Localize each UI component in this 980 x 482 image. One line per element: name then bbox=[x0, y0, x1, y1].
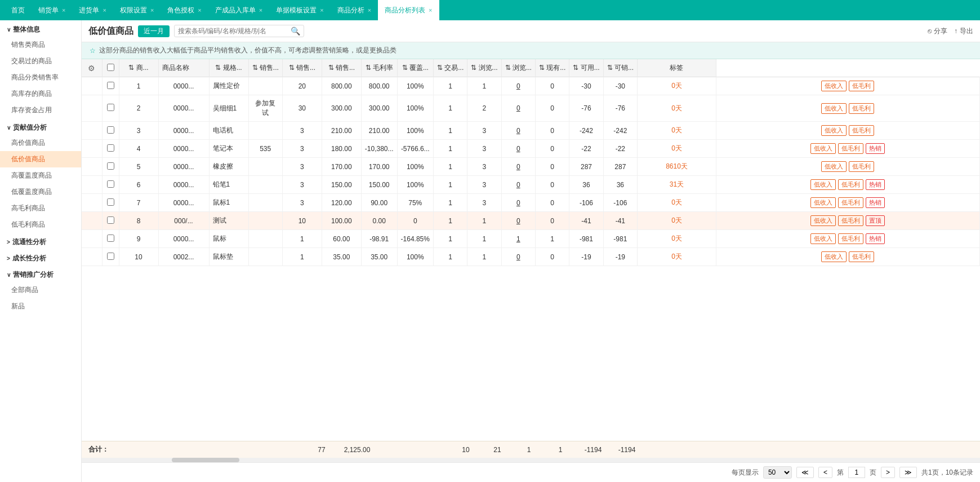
row-checkbox[interactable] bbox=[102, 212, 119, 230]
close-icon[interactable]: × bbox=[62, 7, 65, 14]
pv-link[interactable]: 0 bbox=[516, 217, 520, 225]
pv-link[interactable]: 0 bbox=[516, 199, 520, 207]
sort-icon[interactable]: ⇅ bbox=[328, 64, 334, 72]
row-checkbox[interactable] bbox=[102, 176, 119, 194]
sort-icon[interactable]: ⇅ bbox=[607, 64, 613, 72]
pv-link[interactable]: 0 bbox=[516, 253, 520, 261]
sort-icon[interactable]: ⇅ bbox=[402, 64, 408, 72]
row-pv[interactable]: 0 bbox=[501, 77, 535, 95]
close-icon[interactable]: × bbox=[368, 7, 371, 14]
nav-home[interactable]: 首页 bbox=[5, 0, 32, 20]
pv-link[interactable]: 1 bbox=[516, 235, 520, 243]
sort-icon[interactable]: ⇅ bbox=[573, 64, 578, 72]
table-wrapper[interactable]: ⚙ ⇅ 商... 商品名称 ⇅ 规格... ⇅ 销售. bbox=[82, 59, 980, 441]
export-button[interactable]: ↑ 导出 bbox=[954, 26, 973, 36]
row-checkbox[interactable] bbox=[102, 194, 119, 212]
row-pv[interactable]: 0 bbox=[501, 158, 535, 176]
last-page-button[interactable]: ≫ bbox=[899, 467, 917, 478]
sidebar-item-traded-goods[interactable]: 交易过的商品 bbox=[0, 53, 81, 69]
sidebar-group-circulation[interactable]: > 流通性分析 bbox=[0, 233, 81, 249]
nav-sales[interactable]: 销货单 × bbox=[32, 0, 72, 20]
search-input[interactable] bbox=[178, 27, 291, 35]
per-page-select[interactable]: 50 100 200 bbox=[763, 466, 792, 479]
nav-roles[interactable]: 角色授权 × bbox=[161, 0, 208, 20]
filter-button[interactable]: 近一月 bbox=[138, 25, 170, 37]
sidebar-item-new-goods[interactable]: 新品 bbox=[0, 298, 81, 315]
sort-icon[interactable]: ⇅ bbox=[471, 64, 476, 72]
settings-column-header[interactable]: ⚙ bbox=[82, 59, 102, 77]
nav-template[interactable]: 单据模板设置 × bbox=[269, 0, 330, 20]
sidebar-item-low-coverage[interactable]: 低覆盖度商品 bbox=[0, 184, 81, 200]
row-cost: 100% bbox=[397, 176, 433, 194]
close-icon[interactable]: × bbox=[150, 7, 154, 14]
sort-icon[interactable]: ⇅ bbox=[289, 64, 295, 72]
checkbox-column-header[interactable] bbox=[102, 59, 119, 77]
nav-analysis[interactable]: 商品分析 × bbox=[331, 0, 378, 20]
sidebar-item-low-value[interactable]: 低价值商品 bbox=[0, 151, 81, 167]
row-avail: -19 bbox=[603, 248, 637, 266]
row-checkbox[interactable] bbox=[102, 248, 119, 266]
data-table: ⚙ ⇅ 商... 商品名称 ⇅ 规格... ⇅ 销售. bbox=[82, 59, 980, 266]
row-checkbox[interactable] bbox=[102, 95, 119, 122]
sort-icon[interactable]: ⇅ bbox=[252, 64, 258, 72]
close-icon[interactable]: × bbox=[429, 7, 432, 14]
nav-permissions[interactable]: 权限设置 × bbox=[113, 0, 161, 20]
search-icon[interactable]: 🔍 bbox=[291, 26, 300, 36]
sort-icon[interactable]: ⇅ bbox=[215, 64, 221, 72]
row-checkbox[interactable] bbox=[102, 122, 119, 140]
row-pv[interactable]: 0 bbox=[501, 212, 535, 230]
sidebar-item-high-stock[interactable]: 高库存的商品 bbox=[0, 86, 81, 102]
price-column-header: ⇅ 销售... bbox=[322, 59, 361, 77]
prev-page-button[interactable]: < bbox=[818, 467, 832, 478]
share-button[interactable]: ⎋ 分享 bbox=[928, 26, 947, 36]
row-pv[interactable]: 0 bbox=[501, 248, 535, 266]
close-icon[interactable]: × bbox=[198, 7, 201, 14]
sidebar-group-overview[interactable]: ∨ 整体信息 bbox=[0, 20, 81, 37]
sidebar-item-sales-goods[interactable]: 销售类商品 bbox=[0, 37, 81, 53]
sidebar-group-marketing[interactable]: ∨ 营销推广分析 bbox=[0, 266, 81, 282]
pv-link[interactable]: 0 bbox=[516, 163, 520, 171]
sidebar-group-growth[interactable]: > 成长性分析 bbox=[0, 249, 81, 266]
first-page-button[interactable]: ≪ bbox=[796, 467, 814, 478]
row-pv[interactable]: 0 bbox=[501, 95, 535, 122]
settings-icon[interactable]: ⚙ bbox=[88, 64, 95, 73]
sort-icon[interactable]: ⇅ bbox=[437, 64, 443, 72]
select-all-checkbox[interactable] bbox=[107, 64, 114, 71]
sort-icon[interactable]: ⇅ bbox=[539, 64, 545, 72]
sidebar-item-all-goods[interactable]: 全部商品 bbox=[0, 282, 81, 298]
row-pv[interactable]: 1 bbox=[501, 230, 535, 248]
next-page-button[interactable]: > bbox=[881, 467, 895, 478]
sidebar-item-low-margin[interactable]: 低毛利商品 bbox=[0, 216, 81, 233]
close-icon[interactable]: × bbox=[320, 7, 323, 14]
pv-link[interactable]: 0 bbox=[516, 145, 520, 153]
pv-link[interactable]: 0 bbox=[516, 181, 520, 189]
horizontal-scrollbar[interactable] bbox=[82, 458, 980, 462]
sort-icon[interactable]: ⇅ bbox=[128, 64, 134, 72]
close-icon[interactable]: × bbox=[259, 7, 262, 14]
row-qty: 3 bbox=[282, 122, 322, 140]
row-pv[interactable]: 0 bbox=[501, 176, 535, 194]
sort-icon[interactable]: ⇅ bbox=[366, 64, 371, 72]
pv-link[interactable]: 0 bbox=[516, 82, 520, 90]
row-checkbox[interactable] bbox=[102, 140, 119, 158]
row-checkbox[interactable] bbox=[102, 230, 119, 248]
row-pv[interactable]: 0 bbox=[501, 140, 535, 158]
nav-purchase[interactable]: 进货单 × bbox=[72, 0, 113, 20]
row-checkbox[interactable] bbox=[102, 77, 119, 95]
sidebar-item-high-value[interactable]: 高价值商品 bbox=[0, 135, 81, 151]
sidebar-item-high-coverage[interactable]: 高覆盖度商品 bbox=[0, 167, 81, 184]
row-checkbox[interactable] bbox=[102, 158, 119, 176]
sidebar-item-high-margin[interactable]: 高毛利商品 bbox=[0, 200, 81, 216]
close-icon[interactable]: × bbox=[103, 7, 106, 14]
sidebar-group-contribution[interactable]: ∨ 贡献值分析 bbox=[0, 118, 81, 135]
scrollbar-thumb[interactable] bbox=[172, 458, 239, 462]
sidebar-item-stock-capital[interactable]: 库存资金占用 bbox=[0, 102, 81, 118]
nav-inventory[interactable]: 产成品入库单 × bbox=[208, 0, 269, 20]
pv-link[interactable]: 0 bbox=[516, 104, 520, 112]
nav-analysis-list[interactable]: 商品分析列表 × bbox=[378, 0, 439, 20]
row-pv[interactable]: 0 bbox=[501, 194, 535, 212]
sidebar-item-category-rate[interactable]: 商品分类销售率 bbox=[0, 69, 81, 86]
sort-icon[interactable]: ⇅ bbox=[505, 64, 511, 72]
pv-link[interactable]: 0 bbox=[516, 127, 520, 135]
row-pv[interactable]: 0 bbox=[501, 122, 535, 140]
